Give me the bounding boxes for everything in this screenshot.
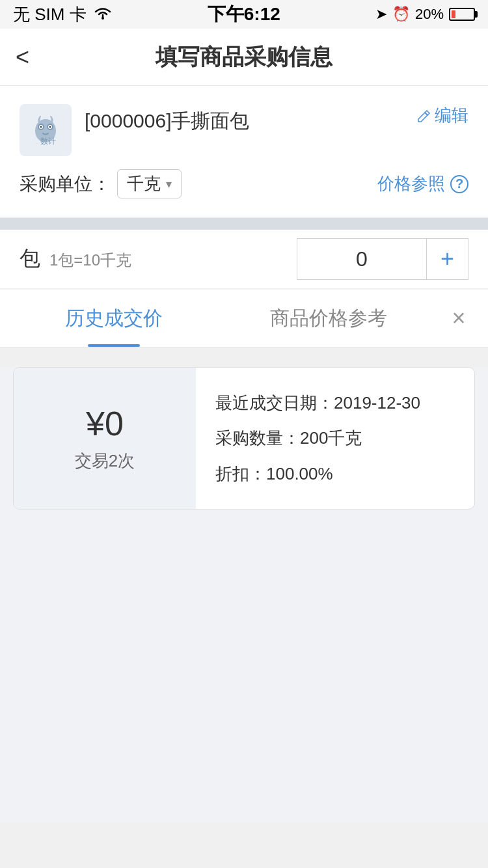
edit-label: 编辑 — [435, 104, 468, 127]
price-amount: ¥0 — [86, 404, 124, 443]
quantity-section: 包 1包=10千克 0 + — [0, 230, 488, 288]
svg-point-6 — [40, 126, 42, 128]
page-title: 填写商品采购信息 — [156, 42, 332, 72]
price-card-right: 最近成交日期：2019-12-30 采购数量：200千克 折扣：100.00% — [196, 368, 474, 509]
price-transactions: 交易2次 — [75, 450, 135, 472]
quantity-value: 0 — [356, 247, 368, 271]
battery-percent: 20% — [415, 6, 444, 23]
quantity-sub-label: 1包=10千克 — [49, 250, 131, 271]
product-section: 数计 [0000006]手撕面包 编辑 采购单位： 千克 ▾ 价格参照 — [0, 86, 488, 217]
status-left: 无 SIM 卡 — [13, 3, 113, 26]
tab-history-label: 历史成交价 — [65, 305, 163, 332]
product-bottom: 采购单位： 千克 ▾ 价格参照 ? — [20, 169, 468, 198]
quantity-unit-name: 包 — [20, 245, 40, 273]
battery-icon — [449, 8, 475, 21]
carrier-label: 无 SIM 卡 — [13, 3, 87, 26]
close-icon: × — [452, 305, 465, 332]
page-header: < 填写商品采购信息 — [0, 29, 488, 86]
alarm-icon: ⏰ — [392, 6, 410, 23]
tabs-close-button[interactable]: × — [436, 290, 481, 347]
unit-label-text: 采购单位： — [20, 172, 111, 197]
status-right: ➤ ⏰ 20% — [375, 6, 475, 23]
edit-button[interactable]: 编辑 — [416, 104, 468, 127]
wifi-icon — [93, 5, 113, 25]
dropdown-chevron-icon: ▾ — [166, 177, 172, 191]
discount: 折扣：100.00% — [215, 462, 455, 485]
tab-underline — [88, 344, 140, 347]
quantity-right: 0 + — [297, 238, 468, 280]
price-ref-label: 价格参照 — [377, 172, 445, 195]
product-top: 数计 [0000006]手撕面包 编辑 — [20, 104, 468, 156]
svg-point-7 — [49, 126, 51, 128]
quantity-input[interactable]: 0 — [297, 238, 427, 280]
unit-select-dropdown[interactable]: 千克 ▾ — [117, 169, 182, 198]
product-image: 数计 — [20, 104, 72, 156]
location-icon: ➤ — [375, 6, 387, 23]
plus-icon: + — [441, 245, 454, 273]
unit-value: 千克 — [127, 172, 161, 195]
price-card-left: ¥0 交易2次 — [14, 368, 196, 509]
price-reference-button[interactable]: 价格参照 ? — [377, 172, 468, 195]
purchase-quantity: 采购数量：200千克 — [215, 426, 455, 450]
tab-price-ref-label: 商品价格参考 — [270, 305, 387, 332]
question-mark: ? — [455, 176, 463, 191]
price-card: ¥0 交易2次 最近成交日期：2019-12-30 采购数量：200千克 折扣：… — [13, 367, 475, 509]
quantity-plus-button[interactable]: + — [427, 238, 468, 280]
status-time: 下午6:12 — [208, 2, 280, 27]
tabs-section: 历史成交价 商品价格参考 × — [0, 290, 488, 347]
tabs-header: 历史成交价 商品价格参考 × — [0, 290, 488, 347]
product-left: 数计 [0000006]手撕面包 — [20, 104, 249, 156]
last-deal-date: 最近成交日期：2019-12-30 — [215, 391, 455, 414]
product-name: [0000006]手撕面包 — [85, 104, 249, 135]
svg-text:数计: 数计 — [40, 137, 56, 145]
section-divider — [0, 218, 488, 230]
status-bar: 无 SIM 卡 下午6:12 ➤ ⏰ 20% — [0, 0, 488, 29]
tab-history-price[interactable]: 历史成交价 — [7, 290, 221, 347]
tab-price-reference[interactable]: 商品价格参考 — [221, 290, 436, 347]
content-area: ¥0 交易2次 最近成交日期：2019-12-30 采购数量：200千克 折扣：… — [0, 367, 488, 822]
svg-point-0 — [102, 17, 104, 20]
unit-label: 采购单位： 千克 ▾ — [20, 169, 182, 198]
product-thumbnail-icon: 数计 — [29, 111, 62, 149]
quantity-left: 包 1包=10千克 — [20, 245, 131, 273]
price-ref-help-icon: ? — [450, 175, 468, 193]
back-button[interactable]: < — [16, 44, 29, 71]
